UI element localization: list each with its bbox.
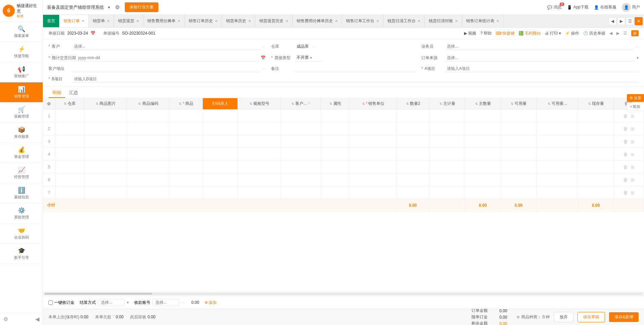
tab-order-workbench[interactable]: 销售订单工作台 ✕ <box>342 15 383 28</box>
row-attribute[interactable] <box>320 148 349 161</box>
settings-side-btn[interactable]: ⚙ 设置 <box>627 94 644 102</box>
row-warehouse[interactable] <box>55 161 84 173</box>
invoice-type-select[interactable]: 不开票 ▾ <box>295 54 321 62</box>
help-action[interactable]: ? 帮助 <box>480 31 492 36</box>
row-spec-model[interactable] <box>238 173 280 186</box>
tab-sales-goods[interactable]: 销货单 ✕ <box>89 15 114 28</box>
delivery-date-input[interactable] <box>76 54 259 62</box>
row-quantity2[interactable] <box>396 110 429 122</box>
row-unit[interactable] <box>349 161 396 173</box>
row-copy-icon[interactable]: ⊞ <box>631 127 634 131</box>
tab-close-icon[interactable]: ✕ <box>248 19 251 23</box>
sidebar-item-marketing[interactable]: 📢 营销推广 <box>0 62 43 82</box>
row-product-name[interactable] <box>169 161 202 173</box>
settlement-input[interactable] <box>98 299 125 306</box>
sidebar-item-system[interactable]: ⚙️ 系统管理 <box>0 203 43 224</box>
row-product-image[interactable] <box>84 135 127 148</box>
row-attribute[interactable] <box>320 173 349 186</box>
row-spec-model[interactable] <box>238 135 280 148</box>
account-more-icon[interactable]: ··· <box>181 300 185 305</box>
row-product-name[interactable] <box>169 110 202 122</box>
sidebar-item-finance[interactable]: 💰 资金管理 <box>0 143 43 163</box>
row-customer-code[interactable] <box>280 135 321 148</box>
row-customer-code[interactable] <box>280 148 321 161</box>
row-available[interactable] <box>501 110 536 122</box>
tab-menu-btn[interactable]: ☰ <box>626 17 634 25</box>
row-available[interactable] <box>501 148 536 161</box>
row-main-quantity[interactable] <box>465 186 501 199</box>
row-product-code[interactable] <box>127 148 169 161</box>
row-warehouse[interactable] <box>55 186 84 199</box>
row-attribute[interactable] <box>320 161 349 173</box>
form-fullscreen-btn[interactable]: ⊞ <box>631 30 639 36</box>
row-warehouse[interactable] <box>55 148 84 161</box>
account-input[interactable] <box>152 299 179 306</box>
row-copy-icon[interactable]: ⊞ <box>631 191 634 195</box>
row-spec-model[interactable] <box>238 186 280 199</box>
row-copy-icon[interactable]: ⊞ <box>631 165 634 170</box>
row-delete-icon[interactable]: 🗑 <box>623 177 628 182</box>
tab-daily-reconcile[interactable]: 钱货日清对账 ✕ <box>425 15 462 28</box>
row-quantity2[interactable] <box>396 148 429 161</box>
row-delete-icon[interactable]: 🗑 <box>623 164 628 170</box>
row-product-name[interactable] <box>169 186 202 199</box>
tab-expense-history[interactable]: 销售费用分摊单历史 ✕ <box>293 15 342 28</box>
row-main-quantity[interactable] <box>465 122 501 135</box>
row-product-image[interactable] <box>84 173 127 186</box>
attach-side-btn[interactable]: + 附加 <box>627 103 644 111</box>
sidebar-item-purchase[interactable]: 🛒 采购管理 <box>0 103 43 123</box>
sidebar-item-search[interactable]: 🔍 搜索菜单 <box>0 22 43 42</box>
row-main-unit[interactable] <box>429 110 465 122</box>
row-available-more[interactable] <box>536 148 578 161</box>
row-product-image[interactable] <box>84 186 127 199</box>
operation-action[interactable]: ⚡ 操作 <box>565 31 579 36</box>
topbar-settings-btn[interactable]: ⚙ <box>113 3 122 12</box>
row-unit[interactable] <box>349 186 396 199</box>
row-copy-icon[interactable]: ⊞ <box>631 178 634 182</box>
sidebar-item-sales[interactable]: 📊 销售管理 <box>0 82 43 103</box>
settings-label[interactable]: ⚙ 设置 <box>627 94 644 102</box>
row-warehouse[interactable] <box>55 135 84 148</box>
row-main-unit[interactable] <box>429 122 465 135</box>
row-unit[interactable] <box>349 110 396 122</box>
row-main-quantity[interactable] <box>465 173 501 186</box>
row-current-stock[interactable] <box>578 161 614 173</box>
app-download-btn[interactable]: 📱 App下载 <box>567 4 589 10</box>
row-attribute[interactable] <box>320 110 349 122</box>
online-service-btn[interactable]: 👤 在线客服 <box>594 4 616 10</box>
row-current-stock[interactable] <box>578 186 614 199</box>
row-unit[interactable] <box>349 173 396 186</box>
b-project-input[interactable] <box>72 76 639 83</box>
address-input[interactable] <box>72 65 261 72</box>
tab-close-icon[interactable]: ✕ <box>335 19 338 23</box>
row-customer-code[interactable] <box>280 186 321 199</box>
tab-close-icon[interactable]: ✕ <box>107 19 110 23</box>
address-more-icon[interactable]: ··· <box>262 67 266 71</box>
tab-close-all-btn[interactable]: ✕ <box>635 17 643 25</box>
tab-next-btn[interactable]: ▶ <box>617 17 625 25</box>
save-draft-btn[interactable]: 保存草稿 <box>577 312 605 322</box>
tab-sales-order[interactable]: 销售订单 ✕ <box>60 15 89 28</box>
row-quantity2[interactable] <box>396 186 429 199</box>
row-product-code[interactable] <box>127 122 169 135</box>
row-delete-icon[interactable]: 🗑 <box>623 126 628 131</box>
customer-input[interactable] <box>72 43 261 50</box>
tab-prev-btn[interactable]: ◀ <box>608 17 616 25</box>
sidebar-item-quick[interactable]: ⚡ 快捷导航 <box>0 42 43 62</box>
row-copy-icon[interactable]: ⊞ <box>631 152 634 157</box>
row-main-quantity[interactable] <box>465 110 501 122</box>
delivery-calendar-icon[interactable]: 📅 <box>261 55 266 60</box>
tab-close-icon[interactable]: ✕ <box>286 19 288 23</box>
row-product-code[interactable] <box>127 161 169 173</box>
row-spec-model[interactable] <box>238 148 280 161</box>
row-product-code[interactable] <box>127 110 169 122</box>
system-dropdown[interactable]: ▾ <box>108 5 110 10</box>
sidebar-item-enterprise[interactable]: 🤝 企业协同 <box>0 224 43 244</box>
row-main-unit[interactable] <box>429 186 465 199</box>
sidebar-settings-icon[interactable]: ⚙ <box>3 316 8 322</box>
tab-sales-return[interactable]: 销货退货 ✕ <box>114 15 143 28</box>
add-btn[interactable]: ⊕ 添加 <box>204 300 217 306</box>
row-product-code[interactable] <box>127 135 169 148</box>
quickbook-checkbox[interactable]: 一键收订金 <box>48 300 74 306</box>
row-copy-icon[interactable]: ⊞ <box>631 114 634 119</box>
